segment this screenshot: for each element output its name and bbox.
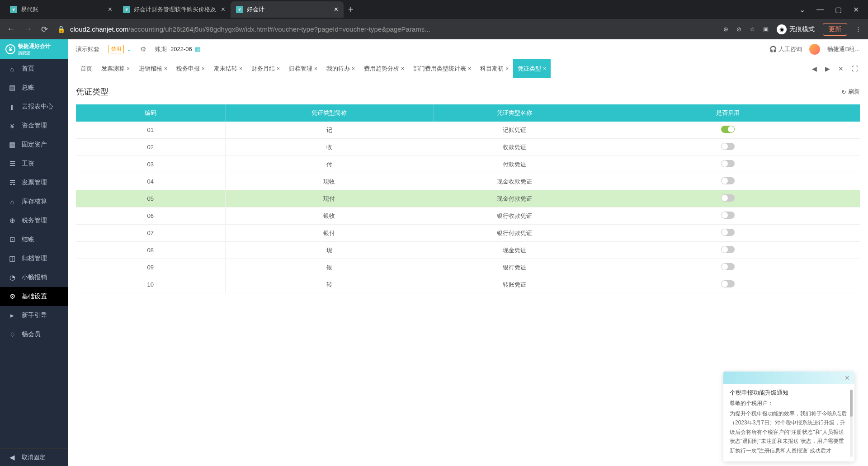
enable-toggle[interactable] (721, 280, 735, 287)
enable-toggle[interactable] (721, 143, 735, 150)
table-row[interactable]: 01 记 记账凭证 (76, 122, 860, 139)
browser-tab[interactable]: ¥易代账× (5, 1, 118, 18)
sidebar-item[interactable]: ▸新手引导 (0, 306, 68, 325)
app-tab-close-icon[interactable]: × (202, 66, 205, 72)
refresh-button[interactable]: ↻ 刷新 (841, 88, 860, 96)
browser-menu-icon[interactable]: ⋮ (855, 26, 861, 33)
account-dropdown-icon[interactable]: ⌄ (127, 46, 131, 52)
zoom-icon[interactable]: ⊕ (723, 26, 728, 33)
table-row[interactable]: 04 现收 现金收款凭证 (76, 173, 860, 190)
table-row[interactable]: 03 付 付款凭证 (76, 156, 860, 173)
user-name[interactable]: 畅捷通B组... (827, 45, 860, 53)
extension-block-icon[interactable]: ⊘ (736, 26, 741, 33)
notification-close-icon[interactable]: ✕ (844, 374, 850, 381)
app-logo[interactable]: ¥ 畅捷通好会计 旗舰版 (0, 39, 68, 59)
tabs-prev-icon[interactable]: ◀ (810, 65, 819, 72)
app-tab-close-icon[interactable]: × (314, 66, 317, 72)
table-row[interactable]: 08 现 现金凭证 (76, 242, 860, 259)
sidebar-item[interactable]: ▦固定资产 (0, 135, 68, 154)
window-close-icon[interactable]: ✕ (853, 5, 859, 14)
sidebar-item[interactable]: ◫归档管理 (0, 249, 68, 268)
app-tab[interactable]: 发票测算× (97, 59, 134, 78)
window-dropdown-icon[interactable]: ⌄ (799, 5, 805, 14)
app-tab[interactable]: 归档管理× (284, 59, 322, 78)
cell-short: 银付 (225, 225, 433, 242)
tabs-fullscreen-icon[interactable]: ⛶ (850, 65, 860, 72)
sidebar-item[interactable]: ♢畅会员 (0, 325, 68, 344)
table-row[interactable]: 02 收 收款凭证 (76, 139, 860, 156)
nav-back-icon[interactable]: ← (7, 24, 15, 34)
browser-update-button[interactable]: 更新 (823, 23, 847, 36)
settings-icon[interactable]: ⚙ (140, 45, 146, 53)
sidebar-item[interactable]: ¥资金管理 (0, 116, 68, 135)
sidebar-item[interactable]: ⌂库存核算 (0, 192, 68, 211)
app-tab-close-icon[interactable]: × (277, 66, 280, 72)
cell-name: 付款凭证 (433, 156, 596, 173)
enable-toggle[interactable] (721, 160, 735, 167)
window-minimize-icon[interactable]: — (816, 5, 824, 14)
app-tab-close-icon[interactable]: × (352, 66, 355, 72)
cell-code: 05 (76, 190, 225, 207)
user-avatar[interactable] (809, 44, 820, 55)
app-tab-close-icon[interactable]: × (127, 66, 130, 72)
enable-toggle[interactable] (721, 126, 735, 133)
sidebar-item[interactable]: ⊕税务管理 (0, 211, 68, 230)
browser-tab[interactable]: ¥好会计财务管理软件购买价格及× (118, 1, 231, 18)
table-row[interactable]: 07 银付 银行付款凭证 (76, 225, 860, 242)
app-tab[interactable]: 进销稽核× (134, 59, 172, 78)
support-link[interactable]: 🎧 人工咨询 (769, 45, 802, 53)
sidebar-item[interactable]: ☴发票管理 (0, 173, 68, 192)
sidebar-item[interactable]: ⊡结账 (0, 230, 68, 249)
address-bar[interactable]: 🔒 cloud2.chanjet.com/accounting/uh26t264… (57, 25, 714, 33)
app-tab-close-icon[interactable]: × (239, 66, 242, 72)
browser-tab[interactable]: ¥好会计× (231, 1, 344, 18)
tab-close-icon[interactable]: × (334, 5, 338, 14)
nav-reload-icon[interactable]: ⟳ (41, 24, 48, 34)
notification-scrollbar[interactable] (850, 390, 853, 457)
sidebar-item[interactable]: ⚙基础设置 (0, 287, 68, 306)
sidebar-unpin-button[interactable]: ◀ 取消固定 (0, 449, 68, 466)
table-row[interactable]: 10 转 转账凭证 (76, 276, 860, 293)
sidebar-item[interactable]: ◔小畅报销 (0, 268, 68, 287)
enable-toggle[interactable] (721, 263, 735, 270)
nav-forward-icon[interactable]: → (24, 24, 32, 34)
sidebar-item[interactable]: ⌂首页 (0, 59, 68, 78)
app-tab[interactable]: 费用趋势分析× (359, 59, 409, 78)
app-tab-close-icon[interactable]: × (505, 66, 509, 72)
app-tab[interactable]: 我的待办× (322, 59, 359, 78)
new-tab-button[interactable]: + (348, 5, 354, 15)
enable-toggle[interactable] (721, 177, 735, 184)
app-tab-close-icon[interactable]: × (164, 66, 167, 72)
app-tab[interactable]: 部门费用类型统计表× (409, 59, 476, 78)
table-row[interactable]: 05 现付 现金付款凭证 (76, 190, 860, 207)
tabs-next-icon[interactable]: ▶ (823, 65, 832, 72)
table-row[interactable]: 06 银收 银行收款凭证 (76, 207, 860, 225)
table-row[interactable]: 09 银 银行凭证 (76, 259, 860, 276)
cell-enable (596, 156, 860, 173)
app-tab-close-icon[interactable]: × (468, 66, 471, 72)
extension-box-icon[interactable]: ▣ (763, 26, 769, 33)
notification-scroll-thumb[interactable] (850, 390, 853, 417)
app-tab[interactable]: 首页 (76, 59, 97, 78)
app-tab[interactable]: 科目期初× (476, 59, 513, 78)
sidebar-item[interactable]: ☰工资 (0, 154, 68, 173)
calendar-icon[interactable]: ▦ (195, 46, 200, 52)
app-tab[interactable]: 期末结转× (209, 59, 247, 78)
enable-toggle[interactable] (721, 246, 735, 253)
enable-toggle[interactable] (721, 229, 735, 236)
app-tab-close-icon[interactable]: × (543, 66, 546, 72)
window-maximize-icon[interactable]: ▢ (835, 5, 842, 14)
sidebar-item[interactable]: ⫿云报表中心 (0, 97, 68, 116)
bookmark-icon[interactable]: ☆ (750, 26, 755, 33)
app-tab[interactable]: 凭证类型× (513, 59, 551, 78)
tab-close-icon[interactable]: × (221, 5, 225, 14)
tabs-close-all-icon[interactable]: ✕ (836, 65, 845, 72)
voucher-type-table: 编码 凭证类型简称 凭证类型名称 是否启用 01 记 记账凭证 02 收 收款凭… (76, 104, 860, 293)
enable-toggle[interactable] (721, 194, 735, 202)
app-tab[interactable]: 财务月结× (247, 59, 284, 78)
tab-close-icon[interactable]: × (108, 5, 112, 14)
enable-toggle[interactable] (721, 212, 735, 219)
sidebar-item[interactable]: ▤总账 (0, 78, 68, 97)
app-tab-close-icon[interactable]: × (401, 66, 404, 72)
app-tab[interactable]: 税务申报× (172, 59, 209, 78)
